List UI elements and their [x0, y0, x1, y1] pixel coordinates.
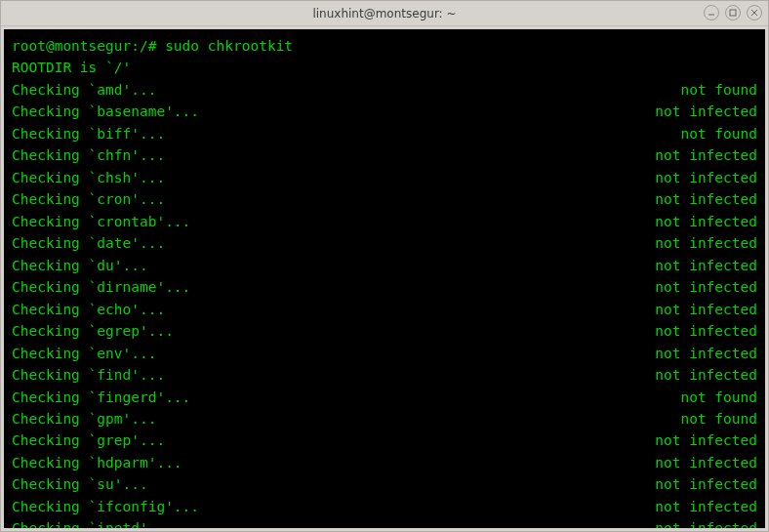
- check-line: Checking `env'...not infected: [12, 343, 757, 364]
- check-status: not infected: [655, 188, 757, 210]
- check-line: Checking `hdparm'...not infected: [12, 452, 757, 473]
- check-name: Checking `basename'...: [12, 101, 199, 122]
- check-line: Checking `echo'...not infected: [12, 299, 757, 320]
- check-name: Checking `amd'...: [12, 79, 156, 101]
- minimize-icon: [708, 9, 715, 17]
- check-status: not infected: [655, 320, 757, 342]
- check-name: Checking `chfn'...: [12, 144, 165, 166]
- check-line: Checking `amd'...not found: [12, 79, 757, 101]
- check-name: Checking `biff'...: [12, 123, 165, 144]
- check-line: Checking `basename'...not infected: [12, 101, 757, 122]
- check-line: Checking `inetd'...not infected: [12, 517, 757, 528]
- check-name: Checking `grep'...: [12, 430, 165, 451]
- check-name: Checking `find'...: [12, 364, 165, 386]
- check-status: not infected: [655, 364, 757, 386]
- titlebar: linuxhint@montsegur: ~: [1, 1, 768, 26]
- check-name: Checking `hdparm'...: [12, 452, 182, 473]
- check-status: not infected: [655, 232, 757, 254]
- check-status: not infected: [655, 496, 757, 517]
- check-line: Checking `fingerd'...not found: [12, 387, 757, 408]
- check-status: not infected: [655, 452, 757, 473]
- check-name: Checking `echo'...: [12, 299, 165, 320]
- check-name: Checking `ifconfig'...: [12, 496, 199, 517]
- check-line: Checking `date'...not infected: [12, 232, 757, 254]
- terminal-window: linuxhint@montsegur: ~ root@montsegur:/#…: [0, 0, 769, 532]
- check-line: Checking `biff'...not found: [12, 123, 757, 144]
- command-text: sudo chkrootkit: [165, 38, 293, 54]
- check-status: not infected: [655, 101, 757, 122]
- window-controls: [704, 5, 762, 20]
- check-status: not infected: [655, 211, 757, 232]
- rootdir-output: ROOTDIR is `/': [12, 57, 757, 78]
- check-name: Checking `crontab'...: [12, 211, 190, 232]
- check-line: Checking `su'...not infected: [12, 473, 757, 495]
- check-line: Checking `grep'...not infected: [12, 430, 757, 451]
- check-line: Checking `chfn'...not infected: [12, 144, 757, 166]
- check-name: Checking `chsh'...: [12, 167, 165, 188]
- check-name: Checking `inetd'...: [12, 517, 174, 528]
- check-status: not found: [680, 387, 757, 408]
- check-name: Checking `fingerd'...: [12, 387, 190, 408]
- check-status: not infected: [655, 473, 757, 495]
- check-name: Checking `du'...: [12, 255, 148, 276]
- check-status: not infected: [655, 517, 757, 528]
- check-name: Checking `gpm'...: [12, 408, 156, 430]
- check-line: Checking `crontab'...not infected: [12, 211, 757, 232]
- prompt-user-host: root@montsegur:/#: [12, 38, 156, 54]
- check-line: Checking `du'...not infected: [12, 255, 757, 276]
- close-icon: [750, 9, 758, 17]
- check-status: not infected: [655, 144, 757, 166]
- prompt-line: root@montsegur:/# sudo chkrootkit: [12, 35, 757, 57]
- check-line: Checking `chsh'...not infected: [12, 167, 757, 188]
- check-name: Checking `env'...: [12, 343, 156, 364]
- check-status: not infected: [655, 255, 757, 276]
- check-name: Checking `date'...: [12, 232, 165, 254]
- check-name: Checking `cron'...: [12, 188, 165, 210]
- check-name: Checking `egrep'...: [12, 320, 174, 342]
- maximize-button[interactable]: [725, 5, 741, 20]
- check-status: not found: [680, 79, 757, 101]
- check-status: not found: [680, 123, 757, 144]
- check-line: Checking `dirname'...not infected: [12, 276, 757, 298]
- check-name: Checking `dirname'...: [12, 276, 190, 298]
- check-name: Checking `su'...: [12, 473, 148, 495]
- svg-rect-1: [730, 10, 736, 16]
- check-status: not infected: [655, 276, 757, 298]
- close-button[interactable]: [747, 5, 762, 20]
- check-status: not infected: [655, 299, 757, 320]
- check-line: Checking `egrep'...not infected: [12, 320, 757, 342]
- check-line: Checking `cron'...not infected: [12, 188, 757, 210]
- terminal-body[interactable]: root@montsegur:/# sudo chkrootkit ROOTDI…: [4, 29, 765, 528]
- check-status: not infected: [655, 343, 757, 364]
- minimize-button[interactable]: [704, 5, 719, 20]
- check-status: not infected: [655, 167, 757, 188]
- maximize-icon: [729, 9, 737, 17]
- checks-output: Checking `amd'...not foundChecking `base…: [12, 79, 757, 528]
- check-status: not infected: [655, 430, 757, 451]
- check-status: not found: [680, 408, 757, 430]
- check-line: Checking `find'...not infected: [12, 364, 757, 386]
- check-line: Checking `ifconfig'...not infected: [12, 496, 757, 517]
- window-title: linuxhint@montsegur: ~: [312, 7, 456, 20]
- check-line: Checking `gpm'...not found: [12, 408, 757, 430]
